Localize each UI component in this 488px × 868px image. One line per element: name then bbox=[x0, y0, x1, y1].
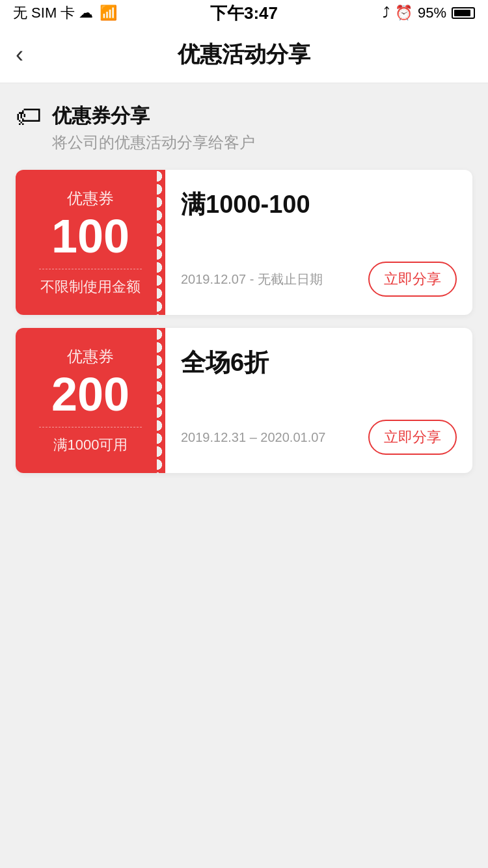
coupon-date-2: 2019.12.31 – 2020.01.07 bbox=[181, 430, 360, 445]
share-button-1[interactable]: 立即分享 bbox=[368, 262, 457, 297]
coupon-right-2: 全场6折 2019.12.31 – 2020.01.07 立即分享 bbox=[165, 328, 472, 473]
coupon-label-1: 优惠券 bbox=[67, 188, 114, 209]
coupon-date-1: 2019.12.07 - 无截止日期 bbox=[181, 271, 360, 288]
coupon-amount-2: 200 bbox=[51, 371, 129, 418]
coupon-name-1: 满1000-100 bbox=[181, 188, 457, 221]
section-text: 优惠券分享 将公司的优惠活动分享给客户 bbox=[52, 103, 255, 153]
back-button[interactable]: ‹ bbox=[16, 41, 23, 68]
status-left: 无 SIM 卡 ☁ 📶 bbox=[13, 3, 117, 23]
page-title: 优惠活动分享 bbox=[178, 40, 310, 70]
nav-bar: ‹ 优惠活动分享 bbox=[0, 26, 488, 83]
status-bar: 无 SIM 卡 ☁ 📶 下午3:47 ⤴ ⏰ 95% bbox=[0, 0, 488, 26]
status-time: 下午3:47 bbox=[210, 2, 278, 25]
alarm-icon: ⏰ bbox=[395, 5, 413, 21]
coupon-footer-2: 2019.12.31 – 2020.01.07 立即分享 bbox=[181, 420, 457, 455]
coupon-condition-2: 满1000可用 bbox=[53, 435, 128, 455]
section-subtitle: 将公司的优惠活动分享给客户 bbox=[52, 132, 255, 153]
coupon-section-icon: 🏷 bbox=[16, 103, 42, 129]
coupon-condition-1: 不限制使用金额 bbox=[40, 277, 141, 297]
section-header: 🏷 优惠券分享 将公司的优惠活动分享给客户 bbox=[0, 83, 488, 163]
coupon-list: 优惠券 100 不限制使用金额 满1000-100 2019.12.07 - 无… bbox=[0, 163, 488, 480]
coupon-label-2: 优惠券 bbox=[67, 346, 114, 367]
battery-icon bbox=[452, 7, 475, 19]
location-icon: ⤴ bbox=[383, 5, 390, 21]
coupon-right-1: 满1000-100 2019.12.07 - 无截止日期 立即分享 bbox=[165, 170, 472, 315]
battery-percent: 95% bbox=[418, 5, 446, 21]
wifi-icon: 📶 bbox=[100, 5, 117, 21]
coupon-divider-1 bbox=[39, 269, 142, 269]
coupon-left-2: 优惠券 200 满1000可用 bbox=[16, 328, 165, 473]
coupon-amount-1: 100 bbox=[51, 213, 129, 260]
share-button-2[interactable]: 立即分享 bbox=[368, 420, 457, 455]
coupon-divider-2 bbox=[39, 427, 142, 427]
coupon-footer-1: 2019.12.07 - 无截止日期 立即分享 bbox=[181, 262, 457, 297]
coupon-card-2: 优惠券 200 满1000可用 全场6折 2019.12.31 – 2020.0… bbox=[16, 328, 472, 473]
status-right: ⤴ ⏰ 95% bbox=[383, 5, 475, 21]
coupon-name-2: 全场6折 bbox=[181, 346, 457, 379]
rest-background bbox=[0, 480, 488, 844]
section-title: 优惠券分享 bbox=[52, 103, 255, 129]
coupon-left-1: 优惠券 100 不限制使用金额 bbox=[16, 170, 165, 315]
coupon-card-1: 优惠券 100 不限制使用金额 满1000-100 2019.12.07 - 无… bbox=[16, 170, 472, 315]
sim-label: 无 SIM 卡 ☁ bbox=[13, 3, 93, 23]
